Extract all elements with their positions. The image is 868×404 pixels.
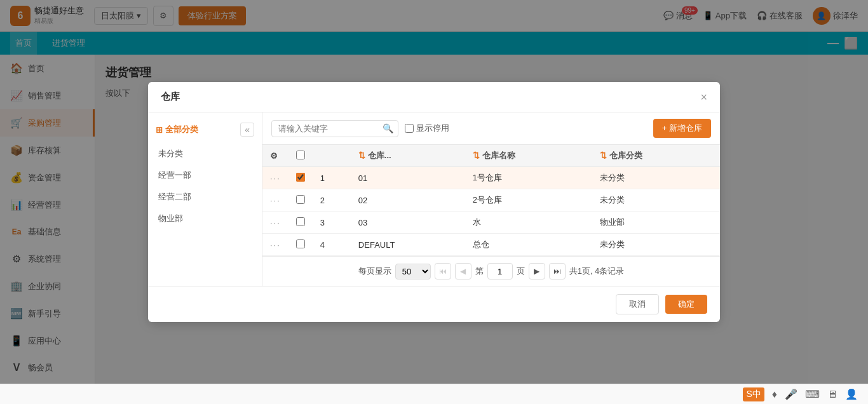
th-num [313,145,351,167]
cell-checkbox[interactable] [288,234,313,256]
page-jump-label: 第 [475,266,484,277]
cell-num: 3 [313,212,351,234]
cell-checkbox[interactable] [288,189,313,212]
search-wrap: 🔍 [271,120,398,137]
first-page-button[interactable]: ⏮ [435,263,451,279]
warehouse-dialog: 仓库 × ⊞ 全部分类 « 未分类 经营一部 经营二部 物业部 [148,82,720,322]
cell-dots[interactable]: ··· [262,212,288,234]
select-all-checkbox[interactable] [296,151,305,159]
th-checkbox [288,145,313,167]
add-warehouse-button[interactable]: + 新增仓库 [653,119,711,138]
bottom-icon-keyboard[interactable]: ⌨ [805,388,820,400]
th-name: ⇅仓库名称 [465,145,593,167]
cancel-button[interactable]: 取消 [616,294,659,314]
collapse-button[interactable]: « [240,123,254,137]
next-page-button[interactable]: ▶ [529,263,545,279]
row-checkbox[interactable] [296,195,305,204]
bottom-icon-monitor[interactable]: 🖥 [827,389,837,400]
dialog-footer: 取消 确定 [148,286,720,322]
cell-name: 水 [465,212,593,234]
cell-dots[interactable]: ··· [262,189,288,212]
table-row[interactable]: ··· 1 01 1号仓库 未分类 [262,167,720,189]
confirm-button[interactable]: 确定 [665,295,707,314]
prev-page-button[interactable]: ◀ [455,263,471,279]
category-title-text: 全部分类 [165,124,198,135]
cell-num: 1 [313,167,351,189]
table-toolbar: 🔍 显示停用 + 新增仓库 [262,112,720,145]
row-actions-icon[interactable]: ··· [270,240,281,250]
sort-icon-category: ⇅ [600,151,607,160]
last-page-button[interactable]: ⏭ [549,263,566,279]
bottom-icon-s[interactable]: S中 [743,387,764,401]
cell-code: 01 [351,167,465,189]
category-item-unclassified[interactable]: 未分类 [148,143,262,165]
row-checkbox[interactable] [296,173,305,182]
cell-dots[interactable]: ··· [262,167,288,189]
category-item-property[interactable]: 物业部 [148,208,262,229]
dialog-title: 仓库 [161,91,180,103]
page-label: 页 [517,266,525,277]
row-actions-icon[interactable]: ··· [270,196,281,205]
cell-category: 未分类 [592,167,720,189]
table-header-row: ⚙ ⇅仓库... ⇅仓库名称 [262,145,720,167]
bottom-icon-diamond[interactable]: ♦ [772,389,777,400]
category-item-ops1[interactable]: 经营一部 [148,165,262,186]
row-actions-icon[interactable]: ··· [270,173,281,183]
search-icon[interactable]: 🔍 [383,123,393,133]
th-settings: ⚙ [262,145,288,167]
category-panel: ⊞ 全部分类 « 未分类 经营一部 经营二部 物业部 [148,112,262,286]
total-info: 共1页, 4条记录 [569,266,625,277]
row-checkbox[interactable] [296,239,305,248]
page-number-input[interactable] [487,263,513,279]
bottom-icon-user[interactable]: 👤 [845,388,858,400]
cell-code: 03 [351,212,465,234]
modal-overlay: 仓库 × ⊞ 全部分类 « 未分类 经营一部 经营二部 物业部 [0,0,868,404]
bottom-bar: S中 ♦ 🎤 ⌨ 🖥 👤 [0,384,868,404]
cell-num: 4 [313,234,351,256]
page-size-select[interactable]: 50 10 20 100 [395,264,431,279]
page-size-label: 每页显示 [358,266,391,277]
dialog-header: 仓库 × [148,82,720,112]
show-disabled-text: 显示停用 [416,123,449,134]
table-panel: 🔍 显示停用 + 新增仓库 ⚙ [262,112,720,286]
dialog-close-button[interactable]: × [700,91,707,103]
show-disabled-checkbox[interactable] [405,124,414,133]
show-disabled-label[interactable]: 显示停用 [405,123,449,134]
dialog-body: ⊞ 全部分类 « 未分类 经营一部 经营二部 物业部 🔍 [148,112,720,286]
category-item-ops2[interactable]: 经营二部 [148,186,262,208]
table-row[interactable]: ··· 3 03 水 物业部 [262,212,720,234]
category-header: ⊞ 全部分类 « [148,119,262,143]
row-actions-icon[interactable]: ··· [270,218,281,227]
cell-name: 1号仓库 [465,167,593,189]
sort-icon-code: ⇅ [358,151,365,160]
sort-icon-name: ⇅ [473,151,480,160]
data-table-wrap: ⚙ ⇅仓库... ⇅仓库名称 [262,145,720,256]
cell-checkbox[interactable] [288,212,313,234]
cell-checkbox[interactable] [288,167,313,189]
cell-dots[interactable]: ··· [262,234,288,256]
category-title: ⊞ 全部分类 [156,124,198,135]
pagination-bar: 每页显示 50 10 20 100 ⏮ ◀ 第 页 ▶ ⏭ 共1页, 4条记录 [262,256,720,286]
row-checkbox[interactable] [296,217,305,226]
cell-category: 未分类 [592,234,720,256]
table-row[interactable]: ··· 4 DEFAULT 总仓 未分类 [262,234,720,256]
grid-icon: ⊞ [156,125,163,135]
cell-category: 未分类 [592,189,720,212]
search-input[interactable] [271,120,398,137]
warehouse-table: ⚙ ⇅仓库... ⇅仓库名称 [262,145,720,256]
th-category: ⇅仓库分类 [592,145,720,167]
table-row[interactable]: ··· 2 02 2号仓库 未分类 [262,189,720,212]
cell-name: 2号仓库 [465,189,593,212]
cell-code: DEFAULT [351,234,465,256]
bottom-icon-mic[interactable]: 🎤 [785,388,797,400]
cell-num: 2 [313,189,351,212]
cell-category: 物业部 [592,212,720,234]
cell-name: 总仓 [465,234,593,256]
th-code: ⇅仓库... [351,145,465,167]
cell-code: 02 [351,189,465,212]
